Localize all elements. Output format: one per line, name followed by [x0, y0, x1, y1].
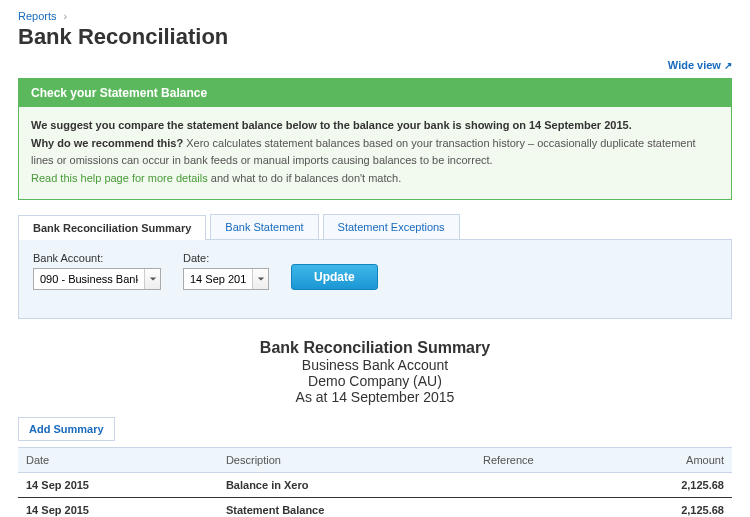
cell-amount: 2,125.68 [618, 473, 732, 498]
bank-account-label: Bank Account: [33, 252, 161, 264]
cell-ref [475, 498, 618, 517]
table-row: 14 Sep 2015 Statement Balance 2,125.68 [18, 498, 732, 517]
add-summary-button[interactable]: Add Summary [18, 417, 115, 441]
report-title: Bank Reconciliation Summary [18, 339, 732, 357]
help-link[interactable]: Read this help page for more details [31, 172, 208, 184]
expand-icon: ↗ [724, 60, 732, 71]
report-table: Date Description Reference Amount 14 Sep… [18, 447, 732, 517]
page-title: Bank Reconciliation [18, 24, 732, 50]
tab-summary[interactable]: Bank Reconciliation Summary [18, 215, 206, 240]
breadcrumb-sep: › [64, 10, 68, 22]
cell-date: 14 Sep 2015 [18, 473, 218, 498]
wide-view-link[interactable]: Wide view ↗ [668, 59, 732, 71]
col-amount: Amount [618, 448, 732, 473]
date-label: Date: [183, 252, 269, 264]
col-reference: Reference [475, 448, 618, 473]
report-account: Business Bank Account [18, 357, 732, 373]
dropdown-caret-icon[interactable] [144, 269, 160, 289]
table-row: 14 Sep 2015 Balance in Xero 2,125.68 [18, 473, 732, 498]
date-field: Date: [183, 252, 269, 290]
tab-statement-exceptions[interactable]: Statement Exceptions [323, 214, 460, 239]
report-heading: Bank Reconciliation Summary Business Ban… [18, 339, 732, 405]
dropdown-caret-icon[interactable] [252, 269, 268, 289]
statement-balance-panel: Check your Statement Balance We suggest … [18, 78, 732, 200]
report-company: Demo Company (AU) [18, 373, 732, 389]
wide-view-label: Wide view [668, 59, 721, 71]
cell-amount: 2,125.68 [618, 498, 732, 517]
bank-account-field: Bank Account: [33, 252, 161, 290]
tab-bank-statement[interactable]: Bank Statement [210, 214, 318, 239]
panel-body: We suggest you compare the statement bal… [19, 107, 731, 199]
cell-desc: Balance in Xero [218, 473, 475, 498]
tabs: Bank Reconciliation Summary Bank Stateme… [18, 214, 732, 239]
filter-panel: Bank Account: Date: Update [18, 239, 732, 319]
col-description: Description [218, 448, 475, 473]
panel-line2-bold: Why do we recommend this? [31, 137, 183, 149]
help-rest: and what to do if balances don't match. [208, 172, 402, 184]
panel-line1: We suggest you compare the statement bal… [31, 119, 632, 131]
breadcrumb: Reports › [18, 0, 732, 24]
bank-account-select[interactable] [34, 269, 144, 289]
cell-date: 14 Sep 2015 [18, 498, 218, 517]
cell-ref [475, 473, 618, 498]
report-asat: As at 14 September 2015 [18, 389, 732, 405]
panel-header: Check your Statement Balance [19, 79, 731, 107]
cell-desc: Statement Balance [218, 498, 475, 517]
col-date: Date [18, 448, 218, 473]
breadcrumb-reports-link[interactable]: Reports [18, 10, 57, 22]
date-input[interactable] [184, 269, 252, 289]
update-button[interactable]: Update [291, 264, 378, 290]
